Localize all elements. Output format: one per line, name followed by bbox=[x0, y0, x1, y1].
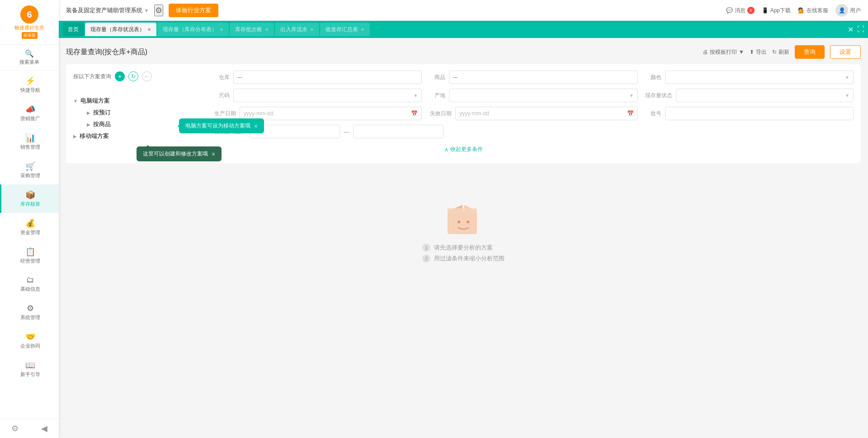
tab-home-label: 首页 bbox=[68, 26, 79, 33]
page-header: 现存量查询(按仓库+商品) 🖨 按模板打印 ▼ ⬆ 导出 ↻ 刷新 查询 设置 bbox=[66, 45, 861, 59]
prod-date-input[interactable]: yyyy-mm-dd 📅 bbox=[240, 107, 422, 120]
query-button[interactable]: 查询 bbox=[795, 45, 825, 59]
tab-home[interactable]: 首页 bbox=[62, 23, 84, 36]
tooltip-create-text: 这里可以创建和修改方案哦 bbox=[143, 150, 208, 158]
product-select[interactable]: ··· bbox=[449, 71, 637, 84]
expire-date-input[interactable]: yyyy-mm-dd 📅 bbox=[455, 107, 637, 120]
filter-item-origin: 产地 ▼ bbox=[429, 89, 637, 102]
scheme-mobile-label: 移动端方案 bbox=[80, 132, 109, 140]
origin-arrow-icon: ▼ bbox=[629, 93, 634, 98]
sidebar-item-quick-nav[interactable]: ⚡ 快捷导航 bbox=[0, 71, 59, 99]
stock-qty-dash: — bbox=[344, 128, 349, 135]
set-button[interactable]: 设置 bbox=[830, 45, 861, 59]
scheme-pc-item-2-icon: ▶ bbox=[87, 122, 90, 127]
tab-inout-flow[interactable]: 出入库流水 ✕ bbox=[275, 23, 319, 36]
svg-rect-0 bbox=[448, 212, 477, 234]
settings-icon[interactable]: ⚙ bbox=[11, 424, 19, 433]
expire-date-label: 失效日期 bbox=[429, 110, 452, 118]
tab-batch-ledger-close[interactable]: ✕ bbox=[265, 27, 269, 32]
tooltip-pc-text: 电脑方案可设为移动方案哦 bbox=[185, 122, 250, 130]
page-title: 现存量查询(按仓库+商品) bbox=[66, 47, 147, 57]
tab-inventory-status-close[interactable]: ✕ bbox=[147, 27, 151, 32]
logo-icon: 6 bbox=[20, 5, 38, 24]
tab-inventory-dist[interactable]: 现存量（库存分布表） ✕ bbox=[157, 23, 229, 36]
online-service-action[interactable]: 💁 在线客服 bbox=[798, 7, 828, 14]
prod-date-placeholder: yyyy-mm-dd bbox=[244, 110, 273, 117]
sidebar-nav: ⚡ 快捷导航 📣 营销推广 📊 销售管理 🛒 采购管理 📦 库存核算 💰 资金管… bbox=[0, 71, 59, 419]
tab-collect-summary[interactable]: 收发存汇总表 ✕ bbox=[320, 23, 370, 36]
sidebar-item-marketing[interactable]: 📣 营销推广 bbox=[0, 99, 59, 127]
app-download-action[interactable]: 📱 App下载 bbox=[762, 7, 791, 14]
sidebar-item-inventory[interactable]: 📦 库存核算 bbox=[0, 184, 59, 213]
message-label: 消息 bbox=[735, 7, 745, 14]
prod-date-calendar-icon: 📅 bbox=[411, 110, 418, 117]
page-actions: 🖨 按模板打印 ▼ ⬆ 导出 ↻ 刷新 查询 设置 bbox=[703, 45, 861, 59]
scheme-pc-item-2-label: 按商品 bbox=[93, 120, 111, 128]
warehouse-select[interactable]: ··· bbox=[233, 71, 422, 84]
stock-status-select[interactable]: ▼ bbox=[676, 89, 854, 102]
tab-close-all-btn[interactable]: ✕ bbox=[848, 25, 854, 34]
filter-row-1: 仓库 ··· 商品 ··· 颜色 ▼ bbox=[213, 71, 854, 84]
sidebar-item-purchase[interactable]: 🛒 采购管理 bbox=[0, 156, 59, 184]
header-right: 💬 消息 6 📱 App下载 💁 在线客服 👤 用户 bbox=[726, 4, 861, 17]
tooltip-pc: 电脑方案可设为移动方案哦 × bbox=[179, 118, 264, 133]
user-avatar: 👤 bbox=[835, 4, 848, 17]
sidebar-item-system[interactable]: ⚙ 系统管理 bbox=[0, 298, 59, 326]
tab-inventory-status[interactable]: 现存量（库存状况表） ✕ bbox=[85, 23, 156, 36]
trial-button[interactable]: 体验行业方案 bbox=[169, 4, 218, 17]
batch-no-input[interactable] bbox=[665, 107, 854, 120]
color-select[interactable]: ▼ bbox=[665, 71, 854, 84]
origin-select[interactable]: ▼ bbox=[449, 89, 637, 102]
refresh-btn[interactable]: ↻ 刷新 bbox=[772, 48, 789, 56]
empty-tip-1: 1 请先选择要分析的方案 bbox=[422, 244, 505, 252]
scheme-mobile-arrow[interactable]: ▶ bbox=[73, 134, 77, 139]
expire-date-calendar-icon: 📅 bbox=[627, 110, 634, 117]
sidebar-item-sales[interactable]: 📊 销售管理 bbox=[0, 127, 59, 156]
scheme-pc-item-1-icon: ▶ bbox=[87, 110, 90, 115]
filter-add-btn[interactable]: + bbox=[115, 71, 125, 81]
sidebar-item-guide[interactable]: 📖 新手引导 bbox=[0, 355, 59, 383]
scheme-pc-arrow[interactable]: ▼ bbox=[73, 99, 78, 104]
tooltip-create-close[interactable]: × bbox=[212, 151, 215, 158]
tab-batch-ledger-label: 库存批次账 bbox=[235, 26, 262, 33]
export-btn[interactable]: ⬆ 导出 bbox=[750, 48, 767, 56]
refresh-label: 刷新 bbox=[778, 48, 789, 56]
tab-batch-ledger[interactable]: 库存批次账 ✕ bbox=[230, 23, 274, 36]
filter-item-color: 颜色 ▼ bbox=[645, 71, 854, 84]
guide-label: 新手引导 bbox=[20, 371, 40, 378]
stock-qty-max[interactable] bbox=[353, 125, 443, 138]
collapse-icon[interactable]: ◀ bbox=[41, 424, 47, 433]
message-badge: 6 bbox=[747, 7, 755, 14]
refresh-icon: ↻ bbox=[772, 49, 777, 55]
quick-nav-label: 快捷导航 bbox=[20, 87, 40, 94]
sidebar-item-finance[interactable]: 💰 资金管理 bbox=[0, 213, 59, 241]
tooltip-create: 这里可以创建和修改方案哦 × bbox=[137, 146, 222, 161]
tab-collect-summary-close[interactable]: ✕ bbox=[361, 27, 364, 32]
print-icon: 🖨 bbox=[703, 49, 708, 55]
tab-inout-flow-close[interactable]: ✕ bbox=[310, 27, 314, 32]
svg-rect-3 bbox=[448, 208, 477, 213]
filter-item-warehouse: 仓库 ··· bbox=[213, 71, 422, 84]
sidebar-item-basic[interactable]: 🗂 基础信息 bbox=[0, 270, 59, 298]
header-settings-btn[interactable]: ⚙ bbox=[154, 5, 163, 16]
tooltip-pc-close[interactable]: × bbox=[254, 122, 258, 130]
tab-inventory-dist-close[interactable]: ✕ bbox=[220, 27, 223, 32]
print-btn[interactable]: 🖨 按模板打印 ▼ bbox=[703, 48, 744, 56]
scheme-pc-label: 电脑端方案 bbox=[80, 97, 110, 105]
filter-refresh-btn[interactable]: ↻ bbox=[128, 71, 138, 81]
logo-tag: 标准版 bbox=[22, 32, 38, 39]
system-selector[interactable]: 装备及固定资产辅助管理系统 ▼ bbox=[66, 6, 149, 14]
basic-label: 基础信息 bbox=[20, 286, 40, 292]
size-select[interactable]: ▼ bbox=[233, 89, 422, 102]
filter-arrow-icon: ← bbox=[144, 73, 150, 80]
sidebar-search[interactable]: 🔍 搜索菜单 bbox=[0, 45, 59, 71]
sidebar-item-operations[interactable]: 📋 经营管理 bbox=[0, 241, 59, 270]
product-dots: ··· bbox=[453, 74, 458, 80]
message-action[interactable]: 💬 消息 6 bbox=[726, 7, 755, 14]
filter-arrow-btn[interactable]: ← bbox=[142, 71, 152, 81]
filter-add-icon: + bbox=[118, 73, 122, 80]
filter-item-batch-no: 批号 bbox=[645, 107, 854, 120]
sidebar-item-enterprise[interactable]: 🤝 企业协同 bbox=[0, 326, 59, 355]
tab-expand-btn[interactable]: ⛶ bbox=[857, 25, 864, 34]
user-action[interactable]: 👤 用户 bbox=[835, 4, 861, 17]
